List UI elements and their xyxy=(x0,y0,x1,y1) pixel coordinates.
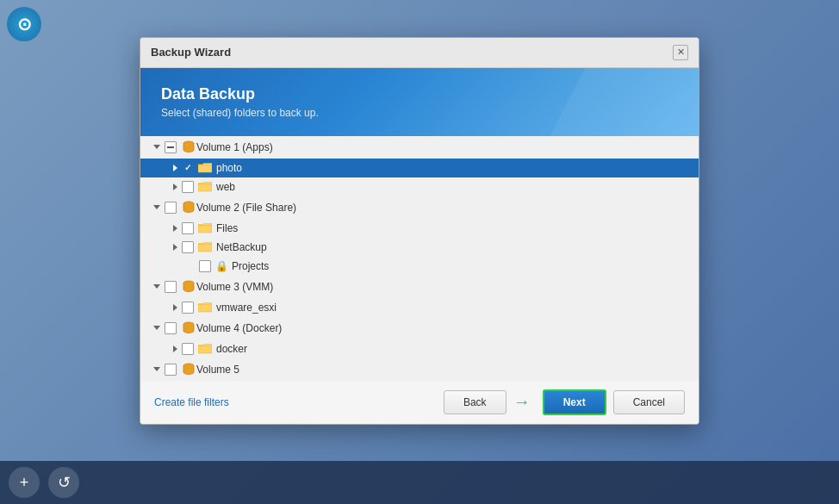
tree-item-projects[interactable]: 🔒 Projects xyxy=(140,257,699,276)
label-vol1: Volume 1 (Apps) xyxy=(196,141,273,153)
dialog-title: Backup Wizard xyxy=(151,46,231,59)
dialog-header-banner: Data Backup Select (shared) folders to b… xyxy=(140,68,699,136)
tree-item-vol3[interactable]: Volume 3 (VMM) xyxy=(140,276,699,298)
tree-item-vol1[interactable]: Volume 1 (Apps) xyxy=(140,136,699,159)
tree-item-vol2[interactable]: Volume 2 (File Share) xyxy=(140,196,699,219)
checkbox-photo[interactable]: ✓ xyxy=(182,162,194,174)
folder-icon-netbackup xyxy=(198,241,212,252)
dialog-titlebar: Backup Wizard ✕ xyxy=(140,38,699,68)
checkbox-files[interactable] xyxy=(182,222,194,234)
checkbox-web[interactable] xyxy=(182,181,194,193)
checkbox-vmware[interactable] xyxy=(182,302,194,314)
db-icon-vol5 xyxy=(181,362,196,377)
db-icon-vol2 xyxy=(181,200,196,215)
db-icon-vol1 xyxy=(181,140,196,155)
back-button[interactable]: Back xyxy=(444,390,507,414)
dialog-header-title: Data Backup xyxy=(161,85,678,103)
label-vmware: vmware_esxi xyxy=(216,302,277,314)
taskbar-add-button[interactable]: + xyxy=(9,467,40,498)
taskbar: + ↺ xyxy=(0,461,839,504)
label-files: Files xyxy=(216,222,238,234)
folder-icon-files xyxy=(198,222,212,233)
toggle-photo[interactable] xyxy=(168,162,180,174)
folder-icon-vmware xyxy=(198,302,212,313)
label-web: web xyxy=(216,181,235,193)
footer-left: Create file filters xyxy=(154,396,229,408)
checkbox-vol5[interactable] xyxy=(165,364,177,376)
tree-item-netbackup[interactable]: NetBackup xyxy=(140,238,699,257)
tree-item-docker[interactable]: docker xyxy=(140,339,699,358)
checkbox-vol4[interactable] xyxy=(165,322,177,334)
dialog-close-button[interactable]: ✕ xyxy=(673,45,688,60)
label-vol2: Volume 2 (File Share) xyxy=(196,202,296,214)
toggle-vol5[interactable] xyxy=(151,364,163,376)
cancel-button[interactable]: Cancel xyxy=(613,390,685,414)
toggle-files[interactable] xyxy=(168,222,180,234)
toggle-projects-spacer xyxy=(185,260,197,272)
dialog-footer: Create file filters Back → Next Cancel xyxy=(140,381,699,424)
dialog-content-area: Volume 1 (Apps) ✓ xyxy=(140,136,699,381)
checkbox-vol2[interactable] xyxy=(165,202,177,214)
create-file-filters-link[interactable]: Create file filters xyxy=(154,396,229,408)
toggle-vmware[interactable] xyxy=(168,302,180,314)
toggle-netbackup[interactable] xyxy=(168,241,180,253)
checkbox-projects[interactable] xyxy=(199,260,211,272)
dialog-header-subtitle: Select (shared) folders to back up. xyxy=(161,107,678,119)
label-projects: Projects xyxy=(232,260,269,272)
db-icon-vol4 xyxy=(181,320,196,336)
toggle-vol4[interactable] xyxy=(151,322,163,334)
folder-tree: Volume 1 (Apps) ✓ xyxy=(140,136,699,381)
db-icon-vol3 xyxy=(181,279,196,295)
label-docker: docker xyxy=(216,343,247,355)
label-photo: photo xyxy=(216,162,242,174)
toggle-vol3[interactable] xyxy=(151,281,163,293)
next-arrow-indicator: → xyxy=(513,392,531,412)
dialog-overlay: Backup Wizard ✕ Data Backup Select (shar… xyxy=(0,0,839,461)
desktop: ⊙ Backup Wizard ✕ Data Backup Select (sh… xyxy=(0,0,839,504)
label-vol5: Volume 5 xyxy=(196,364,239,376)
tree-item-vol4[interactable]: Volume 4 (Docker) xyxy=(140,317,699,339)
toggle-web[interactable] xyxy=(168,181,180,193)
footer-right: Back → Next Cancel xyxy=(444,389,685,415)
folder-icon-web xyxy=(198,181,212,192)
checkbox-docker[interactable] xyxy=(182,343,194,355)
taskbar-history-button[interactable]: ↺ xyxy=(48,467,79,498)
label-vol4: Volume 4 (Docker) xyxy=(196,322,282,334)
toggle-docker[interactable] xyxy=(168,343,180,355)
checkbox-netbackup[interactable] xyxy=(182,241,194,253)
checkbox-vol3[interactable] xyxy=(165,281,177,293)
checkbox-vol1[interactable] xyxy=(165,141,177,153)
tree-item-vol5[interactable]: Volume 5 xyxy=(140,358,699,381)
folder-icon-docker xyxy=(198,343,212,354)
backup-wizard-dialog: Backup Wizard ✕ Data Backup Select (shar… xyxy=(140,37,699,425)
folder-icon-photo xyxy=(198,162,212,173)
tree-item-web[interactable]: web xyxy=(140,177,699,196)
label-vol3: Volume 3 (VMM) xyxy=(196,281,273,293)
toggle-vol1[interactable] xyxy=(151,141,163,153)
tree-item-photo[interactable]: ✓ photo xyxy=(140,159,699,177)
tree-item-vmware[interactable]: vmware_esxi xyxy=(140,298,699,317)
toggle-vol2[interactable] xyxy=(151,202,163,214)
tree-item-files[interactable]: Files xyxy=(140,219,699,238)
label-netbackup: NetBackup xyxy=(216,241,267,253)
next-button[interactable]: Next xyxy=(543,389,606,415)
lock-icon-projects: 🔒 xyxy=(215,260,228,272)
